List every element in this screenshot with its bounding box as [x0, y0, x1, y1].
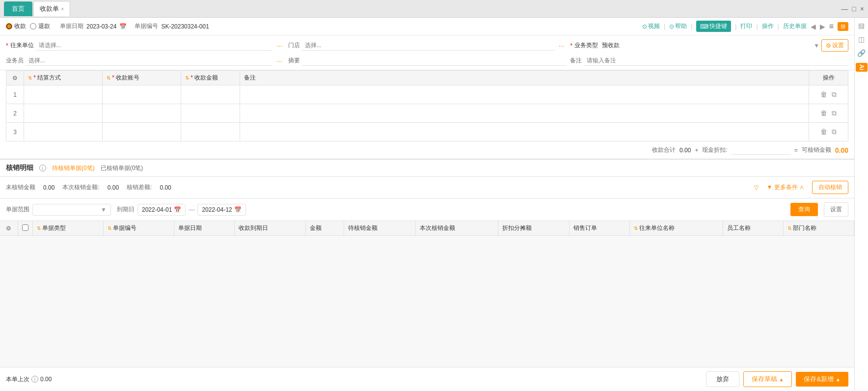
form-area: * 往来单位 ··· 门店 ··· * 业务类型 预收款 ▼ ⚙ — [0, 35, 854, 70]
maximize-button[interactable]: □ — [852, 5, 856, 13]
verify-title: 核销明细 — [6, 164, 33, 172]
row-num-2: 2 — [6, 104, 24, 123]
store-more-icon[interactable]: ··· — [557, 42, 567, 50]
sep4: | — [756, 23, 758, 30]
table-section: ⚙ ⇅ * 结算方式 ⇅ * 收款账号 ⇅ — [0, 70, 854, 141]
net-label: 可核销金额 — [802, 146, 831, 154]
dropdown-arrow-icon[interactable]: ▼ — [814, 42, 819, 49]
sidebar-document-icon[interactable]: ◫ — [858, 35, 865, 43]
counterpart-field: * 往来单位 ··· — [6, 40, 284, 51]
staff-field: 业务员 ··· — [6, 56, 284, 66]
footer-total: 本单上次 i 0.00 — [6, 375, 52, 384]
row2-copy-icon[interactable]: ⧉ — [832, 109, 837, 117]
row2-amount[interactable] — [181, 104, 240, 123]
row1-settlement[interactable] — [24, 85, 103, 104]
row2-account[interactable] — [103, 104, 181, 123]
auto-verify-button[interactable]: 自动核销 — [812, 181, 848, 194]
sidebar-table-icon[interactable]: ▤ — [858, 22, 865, 29]
bt-discount-header: 折扣分摊额 — [498, 221, 570, 236]
col-settlement-header: ⇅ * 结算方式 — [24, 71, 103, 85]
shortcut-button[interactable]: ⌨ 快捷键 — [696, 21, 731, 32]
due-date-start-input[interactable]: 2022-04-01 📅 — [137, 204, 186, 216]
bt-amount-header: 金额 — [306, 221, 344, 236]
info-icon-footer[interactable]: i — [31, 376, 38, 383]
query-button[interactable]: 查询 — [790, 203, 818, 216]
table-settings-header[interactable]: ⚙ — [6, 71, 24, 85]
nav-prev-icon[interactable]: ◀ — [811, 23, 816, 30]
verify-stats-row: 未核销金额 0.00 本次核销金额: 0.00 核销差额: 0.00 ▽ ▼ 更… — [0, 177, 854, 198]
col-required-mark2: * — [112, 74, 114, 81]
store-input[interactable] — [302, 40, 555, 51]
tab-home[interactable]: 首页 — [4, 1, 32, 16]
range-filter-field: 单据范围 ▼ — [6, 204, 111, 216]
row1-amount[interactable] — [181, 85, 240, 104]
table-settings-icon[interactable]: ⚙ — [12, 75, 18, 82]
bt-staff-header: 员工名称 — [723, 221, 783, 236]
sidebar-ai-button[interactable]: Ai — [856, 63, 868, 72]
more-filters-icon[interactable]: ▽ — [754, 184, 759, 191]
range-filter-select[interactable]: ▼ — [32, 204, 111, 216]
due-date-end-input[interactable]: 2022-04-12 📅 — [197, 204, 245, 216]
doc-date-value: 2023-03-24 — [86, 23, 116, 30]
sidebar-link-icon[interactable]: 🔗 — [857, 49, 866, 57]
help-button[interactable]: ⊙ 帮助 — [669, 22, 687, 30]
staff-input[interactable] — [26, 56, 272, 66]
tab-close-icon[interactable]: × — [61, 6, 64, 12]
col-account-header: ⇅ * 收款账号 — [103, 71, 181, 85]
discount-input[interactable] — [732, 145, 790, 155]
history-button[interactable]: 历史单据 — [783, 22, 807, 30]
row3-copy-icon[interactable]: ⧉ — [832, 128, 837, 136]
tab-active[interactable]: 收款单 × — [33, 1, 70, 16]
pending-tab[interactable]: 待核销单据(0笔) — [52, 164, 95, 172]
save-new-arrow-icon: ▲ — [836, 377, 841, 382]
row1-delete-icon[interactable]: 🗑 — [820, 90, 827, 98]
radio-collection[interactable]: 收款 — [6, 22, 26, 30]
row1-ops: 🗑 ⧉ — [809, 85, 848, 104]
row2-settlement[interactable] — [24, 104, 103, 123]
save-draft-button[interactable]: 保存草稿 ▲ — [743, 371, 792, 387]
filter-settings-button[interactable]: 设置 — [824, 202, 848, 217]
more-filters-btn[interactable]: ▼ 更多条件 ∧ — [766, 183, 804, 192]
remark-input[interactable] — [584, 56, 848, 66]
bt-settings-icon[interactable]: ⚙ — [6, 225, 11, 232]
row2-remark[interactable] — [240, 104, 809, 123]
header-settings-icon[interactable]: ⊞ — [838, 22, 848, 31]
row2-delete-icon[interactable]: 🗑 — [820, 109, 827, 117]
form-settings-button[interactable]: ⚙ 设置 — [821, 39, 848, 52]
bt-checkbox-header[interactable] — [18, 221, 32, 236]
video-button[interactable]: ⊙ 视频 — [642, 22, 660, 30]
row1-remark[interactable] — [240, 85, 809, 104]
net-value: 0.00 — [835, 146, 848, 154]
row1-account[interactable] — [103, 85, 181, 104]
completed-tab[interactable]: 已核销单据(0笔) — [101, 164, 143, 172]
main-container: 收款 退款 单据日期 2023-03-24 📅 单据编号 SK-20230324… — [0, 18, 868, 391]
radio-refund[interactable]: 退款 — [30, 22, 50, 30]
due-date-field: 到期日 2022-04-01 📅 — 2022-04-12 📅 — [117, 204, 246, 216]
nav-next-icon[interactable]: ▶ — [820, 23, 825, 30]
info-icon[interactable]: i — [39, 165, 46, 171]
counterpart-more-icon[interactable]: ··· — [274, 42, 284, 50]
discard-button[interactable]: 放弃 — [706, 371, 739, 387]
doc-no-field: 单据编号 SK-20230324-001 — [135, 22, 209, 30]
row3-settlement[interactable] — [24, 123, 103, 141]
row1-copy-icon[interactable]: ⧉ — [832, 90, 837, 98]
layout-icon[interactable]: ≡ — [829, 22, 834, 31]
calendar-icon[interactable]: 📅 — [119, 23, 127, 30]
print-button[interactable]: 打印 — [740, 22, 752, 30]
sep2: | — [691, 23, 692, 30]
bt-settings-header[interactable]: ⚙ — [0, 221, 18, 236]
row3-account[interactable] — [103, 123, 181, 141]
operate-button[interactable]: 操作 — [762, 22, 774, 30]
staff-more-icon[interactable]: ··· — [274, 57, 284, 65]
summary-input[interactable] — [302, 56, 567, 66]
row3-remark[interactable] — [240, 123, 809, 141]
row3-delete-icon[interactable]: 🗑 — [820, 128, 827, 136]
row3-amount[interactable] — [181, 123, 240, 141]
close-button[interactable]: × — [860, 5, 864, 13]
save-new-button[interactable]: 保存&新增 ▲ — [796, 372, 848, 387]
minimize-button[interactable]: — — [841, 5, 848, 13]
counterpart-label: 往来单位 — [10, 41, 34, 50]
bottom-table-container: ⚙ ⇅ 单据类型 ⇅ 单据编号 — [0, 221, 854, 367]
summary-label: 摘要 — [288, 56, 300, 65]
counterpart-input[interactable] — [36, 40, 272, 51]
